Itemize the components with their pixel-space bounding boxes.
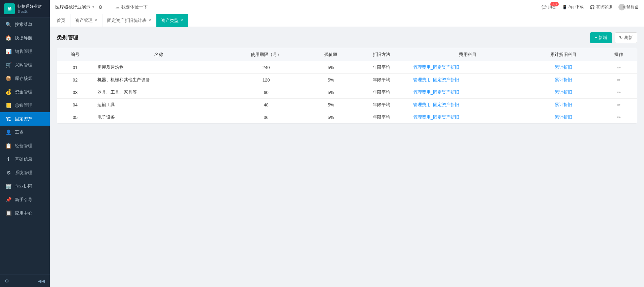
cell-expense: 管理费用_固定资产折旧 [409, 111, 526, 124]
online-service-button[interactable]: 🎧 在线客服 [590, 4, 612, 10]
cell-period: 240 [224, 61, 308, 74]
sidebar-item-fixed-asset[interactable]: 🏗 固定资产 [0, 112, 50, 126]
edit-button[interactable]: ✏ [617, 102, 621, 107]
refresh-label: 刷新 [624, 35, 633, 41]
cell-expense: 管理费用_固定资产折旧 [409, 86, 526, 99]
cell-period: 36 [224, 111, 308, 124]
table-row: 01 房屋及建筑物 240 5% 年限平均 管理费用_固定资产折旧 累计折旧 ✏ [57, 61, 637, 74]
money-icon: 💰 [5, 89, 11, 95]
edit-button[interactable]: ✏ [617, 90, 621, 95]
sidebar-item-enterprise[interactable]: 🏢 企业协同 [0, 180, 50, 193]
chevron-down-icon: ▾ [92, 5, 94, 9]
cell-code: 01 [57, 61, 93, 74]
fixed-asset-icon: 🏗 [5, 116, 11, 122]
tab-asset-mgmt[interactable]: 资产管理 ✕ [70, 14, 102, 27]
experience-button[interactable]: ☁ 我要体验一下 [115, 4, 148, 10]
sidebar-item-purchase[interactable]: 🛒 采购管理 [0, 58, 50, 72]
sidebar-item-inventory[interactable]: 📦 库存核算 [0, 72, 50, 85]
main-area: 医疗器械行业演示 ▾ ⚙ ☁ 我要体验一下 💬 消息 99+ 📱 App下载 🎧… [50, 0, 644, 287]
industry-settings-icon[interactable]: ⚙ [98, 4, 103, 10]
settings-icon[interactable]: ⚙ [5, 278, 9, 284]
industry-selector[interactable]: 医疗器械行业演示 ▾ [55, 4, 94, 10]
app-logo-icon: 畅 [4, 3, 15, 14]
cell-expense: 管理费用_固定资产折旧 [409, 74, 526, 86]
cell-name: 房屋及建筑物 [93, 61, 224, 74]
notification-badge: 99+ [550, 2, 558, 6]
refresh-button[interactable]: ↻ 刷新 [615, 32, 637, 43]
sidebar-item-funds[interactable]: 💰 资金管理 [0, 85, 50, 99]
tab-home-label: 首页 [57, 18, 65, 24]
table-row: 02 机器、机械和其他生产设备 120 5% 年限平均 管理费用_固定资产折旧 … [57, 74, 637, 86]
cell-residual: 5% [308, 86, 354, 99]
category-table-container: 编号 名称 使用期限（月） 残值率 折旧方法 费用科目 累计折旧科目 操作 01… [57, 48, 637, 124]
sidebar-item-ledger[interactable]: 📒 总账管理 [0, 99, 50, 112]
col-accumulated: 累计折旧科目 [526, 48, 601, 61]
cell-method: 年限平均 [354, 99, 409, 111]
sidebar-item-salary[interactable]: 👤 工资 [0, 126, 50, 139]
sidebar-label-inventory: 库存核算 [15, 75, 32, 82]
topbar: 医疗器械行业演示 ▾ ⚙ ☁ 我要体验一下 💬 消息 99+ 📱 App下载 🎧… [50, 0, 644, 14]
close-tab-asset-mgmt[interactable]: ✕ [94, 18, 97, 23]
cell-name: 机器、机械和其他生产设备 [93, 74, 224, 86]
sidebar-item-search[interactable]: 🔍 搜索菜单 [0, 18, 50, 31]
content-area: 类别管理 + 新增 ↻ 刷新 编号 名称 使用期限（月） 残值率 折旧方法 [50, 27, 644, 287]
cell-action: ✏ [601, 111, 637, 124]
app-center-icon: 🔲 [5, 210, 11, 216]
sidebar-item-sales[interactable]: 📊 销售管理 [0, 45, 50, 58]
app-version: 普及版 [18, 9, 42, 14]
col-period: 使用期限（月） [224, 48, 308, 61]
cell-accumulated: 累计折旧 [526, 99, 601, 111]
edit-button[interactable]: ✏ [617, 77, 621, 83]
tab-asset-type[interactable]: 资产类型 ✕ [156, 14, 188, 27]
app-download-button[interactable]: 📱 App下载 [562, 4, 584, 10]
guide-icon: 📌 [5, 197, 11, 203]
edit-button[interactable]: ✏ [617, 115, 621, 120]
collapse-sidebar-button[interactable]: ◀◀ [38, 278, 45, 284]
new-button[interactable]: + 新增 [590, 32, 612, 43]
sidebar-label-enterprise: 企业协同 [15, 183, 32, 189]
cell-action: ✏ [601, 74, 637, 86]
cell-residual: 5% [308, 111, 354, 124]
sidebar-label-basic-info: 基础信息 [15, 156, 32, 162]
header-actions: + 新增 ↻ 刷新 [590, 32, 637, 43]
sidebar-label-ledger: 总账管理 [15, 102, 32, 108]
col-action: 操作 [601, 48, 637, 61]
sidebar-item-basic-info[interactable]: ℹ 基础信息 [0, 153, 50, 166]
sidebar-label-fixed-asset: 固定资产 [15, 116, 32, 122]
cell-action: ✏ [601, 61, 637, 74]
close-window-button[interactable]: ✕ [618, 1, 631, 13]
maximize-window-button[interactable]: ⊡ [631, 1, 643, 13]
tab-asset-type-label: 资产类型 [161, 18, 179, 24]
sidebar-item-system[interactable]: ⚙ 系统管理 [0, 166, 50, 180]
cell-name: 运输工具 [93, 99, 224, 111]
tab-asset-mgmt-label: 资产管理 [75, 18, 93, 24]
tab-fixed-asset-table[interactable]: 固定资产折旧统计表 ✕ [102, 14, 156, 27]
cell-action: ✏ [601, 86, 637, 99]
person-icon: 👤 [5, 129, 11, 135]
notification-icon: 💬 [542, 5, 547, 9]
sidebar-label-sales: 销售管理 [15, 49, 32, 55]
page-header: 类别管理 + 新增 ↻ 刷新 [57, 32, 637, 43]
close-tab-fixed-asset-table[interactable]: ✕ [148, 18, 151, 23]
sidebar-item-guide[interactable]: 📌 新手引导 [0, 193, 50, 206]
table-row: 04 运输工具 48 5% 年限平均 管理费用_固定资产折旧 累计折旧 ✏ [57, 99, 637, 111]
sidebar-item-operations[interactable]: 📋 经营管理 [0, 139, 50, 153]
sidebar-item-quick-nav[interactable]: 🏠 快捷导航 [0, 31, 50, 45]
cell-method: 年限平均 [354, 61, 409, 74]
sidebar-item-app-center[interactable]: 🔲 应用中心 [0, 206, 50, 220]
notifications-button[interactable]: 💬 消息 99+ [542, 4, 556, 10]
cell-period: 48 [224, 99, 308, 111]
close-tab-asset-type[interactable]: ✕ [180, 18, 183, 23]
online-service-label: 在线客服 [596, 4, 612, 10]
category-table: 编号 名称 使用期限（月） 残值率 折旧方法 费用科目 累计折旧科目 操作 01… [57, 48, 637, 123]
cell-action: ✏ [601, 99, 637, 111]
edit-button[interactable]: ✏ [617, 65, 621, 70]
sidebar-label-quick-nav: 快捷导航 [15, 35, 32, 41]
phone-icon: 📱 [562, 5, 567, 9]
cart-icon: 🛒 [5, 62, 11, 68]
sidebar-nav: 🔍 搜索菜单 🏠 快捷导航 📊 销售管理 🛒 采购管理 📦 库存核算 💰 资金管… [0, 18, 50, 275]
cell-expense: 管理费用_固定资产折旧 [409, 61, 526, 74]
clipboard-icon: 📋 [5, 143, 11, 149]
tab-home[interactable]: 首页 [54, 14, 70, 27]
cell-accumulated: 累计折旧 [526, 111, 601, 124]
